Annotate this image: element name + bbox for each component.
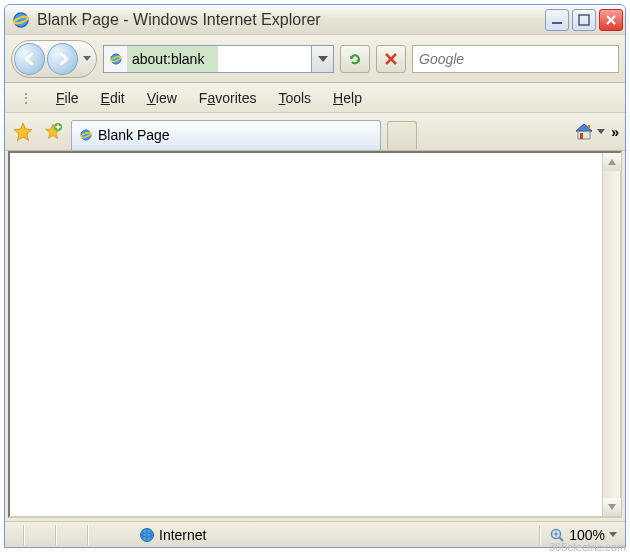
- navigation-bar: [5, 35, 625, 83]
- menu-help[interactable]: Help: [333, 90, 362, 106]
- tab-page-icon: [78, 127, 94, 143]
- svg-rect-9: [580, 133, 583, 139]
- page-icon: [104, 46, 128, 72]
- toolbar-overflow[interactable]: »: [611, 124, 619, 140]
- forward-button[interactable]: [47, 43, 78, 75]
- menu-view[interactable]: View: [147, 90, 177, 106]
- scroll-up-button[interactable]: [603, 153, 621, 171]
- chevron-down-icon: [609, 532, 617, 538]
- refresh-button[interactable]: [340, 45, 370, 73]
- browser-tab[interactable]: Blank Page: [71, 120, 381, 150]
- maximize-button[interactable]: [572, 9, 596, 31]
- home-icon: [573, 121, 595, 143]
- window-title: Blank Page - Windows Internet Explorer: [37, 11, 545, 29]
- svg-rect-3: [579, 15, 589, 25]
- address-bar: [103, 45, 334, 73]
- stop-button[interactable]: [376, 45, 406, 73]
- security-zone[interactable]: Internet: [89, 527, 214, 543]
- menu-tools[interactable]: Tools: [278, 90, 311, 106]
- menu-file[interactable]: File: [56, 90, 79, 106]
- menu-edit[interactable]: Edit: [101, 90, 125, 106]
- title-bar: Blank Page - Windows Internet Explorer: [5, 5, 625, 35]
- status-bar: Internet 100%: [5, 521, 625, 547]
- new-tab-button[interactable]: [387, 121, 417, 149]
- chevron-down-icon: [597, 129, 605, 135]
- menu-favorites[interactable]: Favorites: [199, 90, 257, 106]
- address-dropdown[interactable]: [311, 46, 333, 72]
- back-button[interactable]: [14, 43, 45, 75]
- add-favorites-icon[interactable]: [41, 120, 65, 144]
- address-input[interactable]: [128, 46, 311, 72]
- watermark: 365electric.com: [549, 541, 626, 553]
- favorites-star-icon[interactable]: [11, 120, 35, 144]
- window-controls: [545, 9, 623, 31]
- ie-logo-icon: [11, 10, 31, 30]
- recent-pages-dropdown[interactable]: [80, 43, 94, 75]
- search-box: [412, 45, 619, 73]
- tab-label: Blank Page: [98, 127, 170, 143]
- svg-rect-10: [588, 125, 590, 129]
- home-button[interactable]: [573, 121, 605, 143]
- internet-zone-icon: [139, 527, 155, 543]
- search-input[interactable]: [419, 51, 612, 67]
- close-button[interactable]: [599, 9, 623, 31]
- vertical-scrollbar[interactable]: [602, 153, 620, 516]
- back-forward-group: [11, 40, 97, 78]
- minimize-button[interactable]: [545, 9, 569, 31]
- browser-window: Blank Page - Windows Internet Explorer: [4, 4, 626, 548]
- zone-label: Internet: [159, 527, 206, 543]
- content-area: [8, 151, 622, 518]
- menu-grip: ⋮: [19, 90, 34, 106]
- svg-rect-2: [552, 22, 562, 24]
- menu-bar: ⋮ File Edit View Favorites Tools Help: [5, 83, 625, 113]
- tab-bar: Blank Page »: [5, 113, 625, 151]
- scroll-down-button[interactable]: [603, 498, 621, 516]
